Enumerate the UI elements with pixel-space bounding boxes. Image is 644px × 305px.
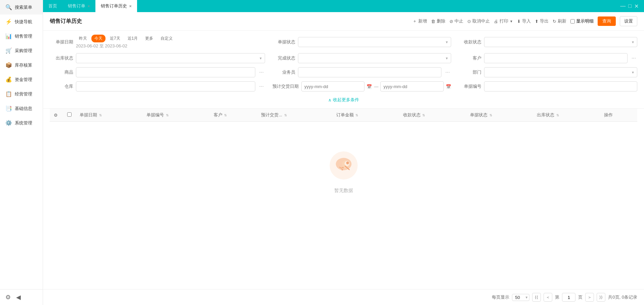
th-settings[interactable]: ⚙	[50, 109, 63, 122]
delivery-end-calendar-icon[interactable]: 📅	[446, 84, 451, 89]
filter-complete-select[interactable]	[298, 53, 451, 63]
th-order-status-sort-icon[interactable]: ⇅	[489, 113, 492, 117]
filter-complete-label: 完成状态	[272, 55, 295, 61]
gear-icon[interactable]: ⚙	[54, 113, 58, 118]
th-order-amount-sort-icon[interactable]: ⇅	[355, 113, 358, 117]
refresh-button[interactable]: ↻ 刷新	[553, 18, 566, 24]
print-button[interactable]: 🖨 打印 ▼	[494, 18, 513, 24]
filter-collapse-toggle[interactable]: ∧ 收起更多条件	[50, 96, 637, 104]
table-select-all-checkbox[interactable]	[67, 112, 72, 117]
th-customer-sort-icon[interactable]: ⇅	[224, 113, 227, 117]
sidebar-item-purchase[interactable]: 🛒 采购管理	[0, 43, 43, 58]
filter-department-wrapper: ▼	[484, 67, 637, 77]
pagination-prev-button[interactable]: ＜	[544, 293, 552, 302]
cancel-stop-button[interactable]: ⊙ 取消中止	[467, 18, 490, 24]
new-button[interactable]: ＋ 新增	[413, 18, 427, 24]
sidebar-item-inventory[interactable]: 📦 库存核算	[0, 58, 43, 72]
date-quick-7days[interactable]: 近7天	[107, 35, 123, 42]
filter-customer-ellipsis-button[interactable]: ···	[630, 55, 637, 61]
page-size-select[interactable]: 10 20 50 100	[512, 294, 529, 301]
sidebar-item-system[interactable]: ⚙️ 系统管理	[0, 116, 43, 130]
date-quick-1month[interactable]: 近1月	[125, 35, 141, 42]
th-number-sort-icon[interactable]: ⇅	[166, 113, 169, 117]
sidebar-item-search-menu[interactable]: 🔍 搜索菜单	[0, 0, 43, 14]
filter-department-select[interactable]	[484, 67, 637, 77]
sidebar-item-sales[interactable]: 📊 销售管理	[0, 29, 43, 43]
filter-order-number-label: 单据编号	[458, 83, 481, 89]
window-minimize-icon[interactable]: —	[620, 3, 626, 9]
date-quick-custom[interactable]: 自定义	[158, 35, 176, 42]
filter-salesperson-ellipsis-button[interactable]: ···	[444, 69, 451, 75]
stop-icon: ⊘	[449, 19, 453, 24]
sidebar-item-quick-nav[interactable]: ⚡ 快捷导航	[0, 14, 43, 29]
filter-payment-select[interactable]	[484, 37, 637, 47]
th-order-status[interactable]: 单据状态 ⇅	[466, 109, 533, 122]
date-quick-more[interactable]: 更多	[142, 35, 156, 42]
filter-salesperson-input[interactable]	[298, 67, 441, 77]
sidebar-item-operations[interactable]: 📋 经营管理	[0, 87, 43, 101]
th-warehouse-status-sort-icon[interactable]: ⇅	[556, 113, 559, 117]
delivery-start-calendar-icon[interactable]: 📅	[367, 84, 372, 89]
tab-sales-order-close[interactable]: ✕	[87, 4, 90, 8]
filter-order-number-input[interactable]	[484, 81, 637, 91]
th-payment-status-sort-icon[interactable]: ⇅	[422, 113, 425, 117]
th-date-sort-icon[interactable]: ⇅	[99, 113, 102, 117]
filter-row-1: 单据日期 昨天 今天 近7天 近1月 更多 自定义 2023-06-02	[50, 35, 637, 49]
filter-goods-ellipsis-button[interactable]: ···	[258, 69, 265, 75]
query-button[interactable]: 查询	[598, 16, 616, 26]
filter-warehouse-input[interactable]	[76, 81, 255, 91]
window-close-icon[interactable]: ✕	[634, 3, 639, 9]
filter-status-select[interactable]	[298, 37, 451, 47]
settings-label: 设置	[624, 18, 633, 24]
sidebar-settings-icon[interactable]: ⚙	[5, 294, 11, 301]
tab-home[interactable]: 首页	[43, 0, 62, 12]
th-order-amount[interactable]: 订单金额 ⇅	[332, 109, 399, 122]
tab-sales-order-history[interactable]: 销售订单历史 ✕	[95, 0, 137, 12]
tab-sales-order-history-close[interactable]: ✕	[129, 4, 132, 8]
export-button[interactable]: ⬆ 导出	[535, 18, 549, 24]
filter-customer-input[interactable]	[484, 53, 628, 63]
filter-goods-item: 商品 ···	[50, 67, 265, 77]
settings-button[interactable]: 设置	[620, 16, 637, 26]
filter-warehouse-status-select[interactable]	[76, 53, 265, 63]
display-detail-checkbox-wrapper[interactable]: 显示明细	[570, 18, 594, 24]
filter-delivery-start[interactable]	[301, 81, 365, 91]
pagination-first-button[interactable]: ⟨⟨	[532, 293, 541, 302]
sidebar-item-label-purchase: 采购管理	[15, 48, 32, 54]
sidebar-item-label-system: 系统管理	[15, 120, 32, 126]
filter-goods-input[interactable]	[76, 67, 255, 77]
pagination-next-button[interactable]: ＞	[585, 293, 594, 302]
date-quick-yesterday[interactable]: 昨天	[76, 35, 90, 42]
sidebar-collapse-icon[interactable]: ◀	[16, 294, 21, 301]
window-maximize-icon[interactable]: □	[628, 3, 632, 9]
sidebar-item-label-search-menu: 搜索菜单	[15, 4, 32, 10]
pagination-last-button[interactable]: ⟩⟩	[597, 293, 605, 302]
sidebar-item-basic-info[interactable]: 📑 基础信息	[0, 101, 43, 116]
tab-sales-order[interactable]: 销售订单 ✕	[62, 0, 95, 12]
delete-button[interactable]: 🗑 删除	[431, 18, 445, 24]
plus-icon: ＋	[413, 18, 417, 24]
th-checkbox[interactable]	[63, 109, 76, 122]
filter-delivery-end[interactable]	[380, 81, 444, 91]
th-customer[interactable]: 客户 ⇅	[210, 109, 257, 122]
filter-warehouse-ellipsis-button[interactable]: ···	[258, 83, 265, 89]
stop-label: 中止	[455, 18, 463, 24]
filter-delivery-item: 预计交货日期 📅 — 📅	[272, 81, 451, 91]
date-quick-today[interactable]: 今天	[91, 35, 105, 42]
th-date[interactable]: 单据日期 ⇅	[76, 109, 142, 122]
th-number[interactable]: 单据编号 ⇅	[142, 109, 209, 122]
th-payment-status[interactable]: 收款状态 ⇅	[399, 109, 466, 122]
display-detail-checkbox[interactable]	[570, 19, 575, 24]
sidebar-item-finance[interactable]: 💰 资金管理	[0, 72, 43, 87]
sidebar: 🔍 搜索菜单 ⚡ 快捷导航 📊 销售管理 🛒 采购管理 📦 库存核算 💰 资金管…	[0, 0, 43, 305]
pagination-page-input[interactable]	[562, 293, 575, 302]
th-expected-delivery-sort-icon[interactable]: ⇅	[284, 113, 287, 117]
th-warehouse-status[interactable]: 出库状态 ⇅	[533, 109, 600, 122]
date-quick-buttons: 昨天 今天 近7天 近1月 更多 自定义	[76, 35, 265, 42]
stop-button[interactable]: ⊘ 中止	[449, 18, 463, 24]
th-customer-label: 客户	[214, 112, 222, 117]
filter-department-label: 部门	[458, 69, 481, 75]
sidebar-item-label-operations: 经营管理	[15, 91, 32, 97]
th-expected-delivery[interactable]: 预计交货... ⇅	[257, 109, 332, 122]
import-button[interactable]: ⬇ 导入	[517, 18, 531, 24]
